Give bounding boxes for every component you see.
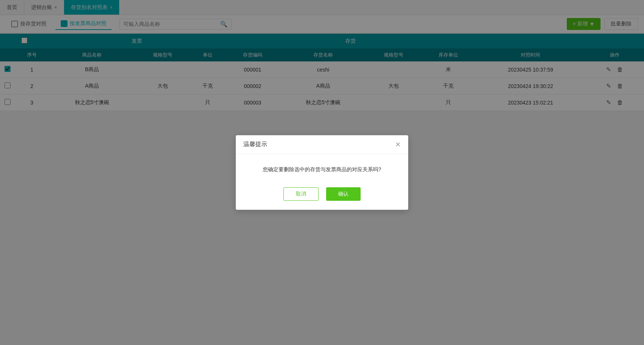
overlay: 温馨提示 ✕ 您确定要删除选中的存货与发票商品的对应关系吗? 取消 确认 [0,0,644,111]
